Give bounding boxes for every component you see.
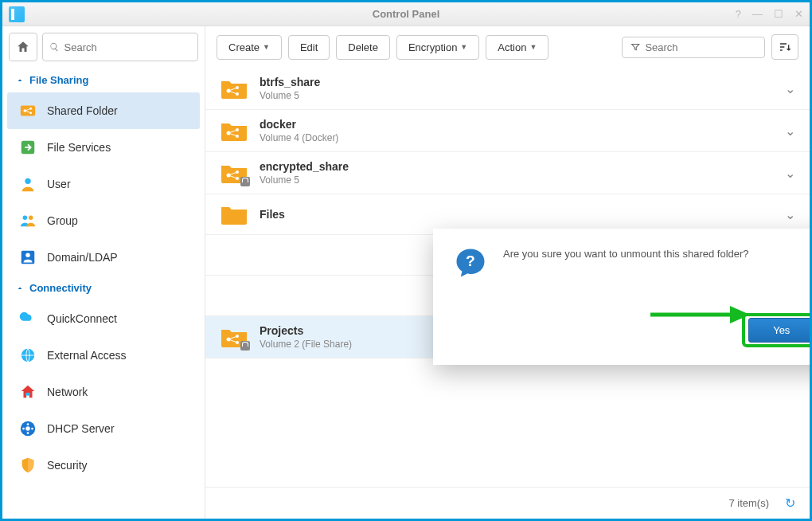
svg-text:?: ? [466, 253, 475, 269]
svg-point-5 [25, 178, 30, 184]
caret-down-icon: ▼ [263, 43, 270, 51]
folder-row[interactable]: btrfs_shareVolume 5 ⌄ [205, 68, 810, 110]
folder-name: btrfs_share [260, 76, 785, 88]
close-icon[interactable]: ✕ [794, 8, 803, 20]
svg-rect-11 [25, 393, 30, 396]
dialog-message: Are you sure you want to unmount this sh… [503, 246, 749, 280]
folder-icon [220, 202, 248, 226]
filter-icon [630, 41, 640, 53]
svg-rect-0 [21, 106, 35, 116]
yes-button[interactable]: Yes [748, 318, 810, 343]
svg-point-6 [23, 216, 27, 221]
svg-point-7 [29, 216, 33, 221]
svg-point-9 [25, 253, 30, 258]
edit-button[interactable]: Edit [288, 35, 330, 60]
sidebar-item-label: Domain/LDAP [47, 251, 118, 264]
folder-sub: Volume 4 (Docker) [260, 132, 785, 143]
sidebar-item-network[interactable]: Network [7, 374, 200, 410]
sidebar-item-file-services[interactable]: File Services [7, 129, 200, 166]
domain-ldap-icon [18, 249, 37, 266]
sidebar-item-external-access[interactable]: External Access [7, 337, 200, 374]
file-services-icon [18, 139, 37, 156]
chevron-down-icon[interactable]: ⌄ [785, 123, 795, 139]
caret-down-icon: ▼ [529, 43, 537, 51]
item-count: 7 item(s) [728, 497, 769, 509]
encryption-button[interactable]: Encryption▼ [396, 35, 479, 60]
minimize-icon[interactable]: — [752, 8, 763, 20]
sidebar-item-label: DHCP Server [47, 422, 115, 435]
network-icon [18, 383, 37, 401]
quickconnect-icon [18, 310, 37, 327]
lock-icon [240, 341, 250, 351]
sidebar-search-input[interactable] [64, 41, 191, 53]
delete-button[interactable]: Delete [336, 35, 390, 60]
sidebar-item-label: QuickConnect [47, 312, 117, 325]
folder-icon [220, 119, 248, 143]
svg-point-16 [27, 423, 29, 425]
chevron-down-icon[interactable]: ⌄ [785, 166, 795, 181]
sidebar-item-label: Group [47, 214, 78, 227]
search-icon [49, 41, 60, 53]
svg-point-17 [27, 432, 29, 434]
folder-icon [220, 161, 248, 185]
folder-row[interactable]: dockerVolume 4 (Docker) ⌄ [205, 110, 810, 152]
user-icon [18, 175, 37, 193]
folder-name: Files [260, 208, 785, 221]
chevron-down-icon[interactable]: ⌄ [785, 207, 795, 222]
sidebar-item-label: Network [47, 386, 88, 398]
folder-sub: Volume 5 [260, 174, 785, 186]
external-access-icon [18, 347, 37, 364]
section-connectivity[interactable]: Connectivity [7, 276, 200, 300]
folder-name: docker [260, 118, 785, 131]
folder-name: encrypted_share [260, 160, 785, 173]
sidebar-item-user[interactable]: User [7, 166, 200, 202]
sidebar-item-label: Shared Folder [47, 104, 118, 117]
window-title: Control Panel [373, 8, 440, 20]
home-icon [16, 40, 30, 54]
control-panel-window: Control Panel ? — ☐ ✕ File Sharing [0, 0, 812, 521]
main-panel: Create▼ Edit Delete Encryption▼ Action▼ … [205, 26, 810, 519]
main-search-input[interactable] [645, 41, 756, 53]
sidebar-item-shared-folder[interactable]: Shared Folder [7, 92, 200, 129]
chevron-down-icon[interactable]: ⌄ [785, 81, 795, 96]
section-file-sharing[interactable]: File Sharing [7, 68, 200, 92]
svg-point-14 [22, 428, 25, 430]
question-icon: ? [454, 246, 487, 280]
caret-down-icon: ▼ [460, 43, 467, 51]
sidebar-item-label: User [47, 178, 71, 190]
app-icon [9, 6, 25, 22]
svg-point-15 [31, 428, 33, 430]
sidebar-item-label: External Access [47, 349, 127, 362]
titlebar: Control Panel ? — ☐ ✕ [2, 2, 810, 26]
sidebar-item-security[interactable]: Security [7, 447, 200, 484]
main-search[interactable] [622, 37, 765, 58]
sidebar-item-domain-ldap[interactable]: Domain/LDAP [7, 239, 200, 276]
folder-icon [220, 76, 248, 100]
window-controls: ? — ☐ ✕ [736, 8, 803, 20]
dhcp-server-icon [18, 420, 37, 437]
security-icon [18, 456, 37, 474]
group-icon [18, 212, 37, 229]
create-button[interactable]: Create▼ [217, 35, 282, 60]
folder-icon [220, 325, 248, 349]
home-button[interactable] [9, 33, 37, 61]
lock-icon [240, 177, 250, 186]
sidebar: File Sharing Shared Folder File Services… [2, 26, 205, 519]
action-button[interactable]: Action▼ [486, 35, 548, 60]
toolbar: Create▼ Edit Delete Encryption▼ Action▼ [205, 26, 810, 68]
sidebar-search[interactable] [42, 33, 198, 61]
folder-sub: Volume 5 [260, 90, 785, 101]
chevron-up-icon [15, 76, 25, 85]
sort-button[interactable] [771, 34, 798, 60]
maximize-icon[interactable]: ☐ [774, 8, 783, 20]
shared-folder-icon [18, 102, 37, 119]
sidebar-item-quickconnect[interactable]: QuickConnect [7, 300, 200, 337]
sidebar-item-dhcp-server[interactable]: DHCP Server [7, 410, 200, 447]
folder-row[interactable]: encrypted_shareVolume 5 ⌄ [205, 152, 810, 194]
help-icon[interactable]: ? [736, 8, 741, 20]
refresh-button[interactable]: ↻ [785, 496, 795, 511]
sidebar-item-group[interactable]: Group [7, 202, 200, 239]
svg-point-13 [25, 426, 30, 431]
footer: 7 item(s) ↻ [205, 487, 810, 519]
sort-icon [779, 41, 791, 53]
